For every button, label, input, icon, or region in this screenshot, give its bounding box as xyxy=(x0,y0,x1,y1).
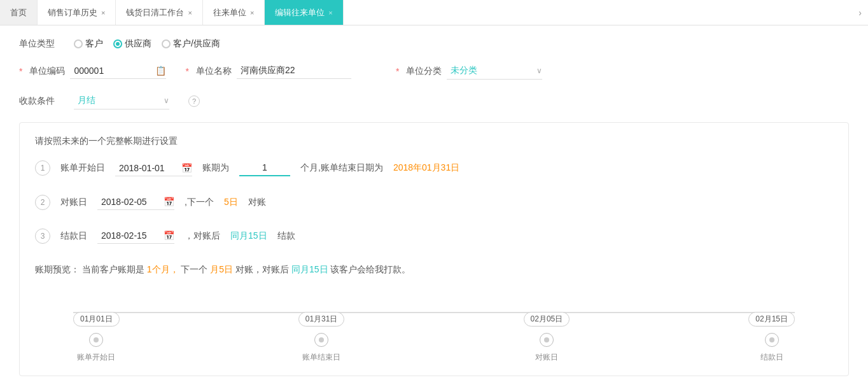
radio-circle-supplier xyxy=(113,39,122,48)
main-content: 单位类型 客户 供应商 客户/供应商 * 单位编码 000 xyxy=(0,25,868,387)
chevron-down-icon[interactable]: ∨ xyxy=(536,66,542,75)
preview-text-3: 对账，对账后 xyxy=(235,264,289,274)
payment-desc-suffix: 结款 xyxy=(277,230,295,242)
billing-start-date-input[interactable] xyxy=(115,160,179,176)
required-star-cat: * xyxy=(396,66,399,76)
radio-both[interactable]: 客户/供应商 xyxy=(162,38,220,50)
copy-icon[interactable]: 📋 xyxy=(155,66,166,76)
tab-edit-partner[interactable]: 编辑往来单位 × xyxy=(265,0,343,25)
payment-terms-label: 收款条件 xyxy=(19,95,55,107)
step-number-1: 1 xyxy=(35,160,50,176)
preview-highlight2: 月5日 xyxy=(210,264,233,274)
period-unit-text: 个月,账单结束日期为 xyxy=(300,162,383,174)
preview-text-2: 下一个 xyxy=(181,264,207,274)
step-label-reconcile: 对账日 xyxy=(60,197,87,208)
tab-bar: 首页 销售订单历史 × 钱货日清工作台 × 往来单位 × 编辑往来单位 × › xyxy=(0,0,868,25)
unit-category-label: 单位分类 xyxy=(406,66,442,77)
unit-code-input[interactable]: 000001 xyxy=(70,63,153,78)
radio-circle-customer xyxy=(74,39,83,48)
timeline: 01月01日 账单开始日 01月31日 账单结束日 xyxy=(35,293,833,363)
help-icon[interactable]: ? xyxy=(188,95,200,107)
step-number-3: 3 xyxy=(35,229,50,244)
billing-end-date: 2018年01月31日 xyxy=(393,162,459,174)
payment-terms-dropdown[interactable]: 月结 ∨ xyxy=(74,92,169,109)
tab-cash-work[interactable]: 钱货日清工作台 × xyxy=(116,0,202,25)
period-middle-text: 账期为 xyxy=(202,162,229,174)
calendar-icon[interactable]: 📅 xyxy=(164,197,174,207)
tab-arrow[interactable]: › xyxy=(852,0,868,25)
close-icon[interactable]: × xyxy=(188,9,192,17)
unit-name-input[interactable] xyxy=(237,63,351,78)
preview-highlight1: 1个月， xyxy=(147,264,179,274)
close-icon[interactable]: × xyxy=(328,9,332,17)
payment-terms-value: 月结 xyxy=(74,92,161,109)
unit-code-label: 单位编码 xyxy=(29,66,65,77)
step-number-2: 2 xyxy=(35,195,50,210)
unit-category-value: 未分类 xyxy=(447,62,534,79)
tab-sales-history[interactable]: 销售订单历史 × xyxy=(38,0,116,25)
reconcile-day-highlight: 5日 xyxy=(224,197,238,208)
close-icon[interactable]: × xyxy=(250,9,254,17)
reconcile-date-field: 📅 xyxy=(97,194,174,210)
step-row-2: 2 对账日 📅 ,下一个 5日 对账 xyxy=(35,194,833,210)
tab-home[interactable]: 首页 xyxy=(0,0,38,25)
calendar-icon[interactable]: 📅 xyxy=(164,230,174,241)
unit-info-row: * 单位编码 000001 📋 * 单位名称 * 单位分类 未分类 ∨ xyxy=(19,62,849,80)
reconcile-desc-prefix: ,下一个 xyxy=(185,197,214,208)
payment-date-field: 📅 xyxy=(97,228,174,244)
preview-text: 账期预览： 当前客户账期是 1个月， 下一个 月5日 对账，对账后 同月15日 … xyxy=(35,262,833,278)
chevron-down-icon[interactable]: ∨ xyxy=(164,96,169,105)
radio-circle-both xyxy=(162,39,171,48)
reconcile-date-input[interactable] xyxy=(97,194,161,209)
reconcile-desc-suffix: 对账 xyxy=(248,197,266,208)
required-star: * xyxy=(19,66,22,76)
payment-desc-prefix: ，对账后 xyxy=(185,230,220,242)
step-label-billing-start: 账单开始日 xyxy=(60,162,105,174)
unit-code-field: 000001 📋 xyxy=(70,63,166,79)
unit-name-label: 单位名称 xyxy=(196,66,232,77)
unit-type-row: 单位类型 客户 供应商 客户/供应商 xyxy=(19,38,849,50)
step-row-1: 1 账单开始日 📅 账期为 个月,账单结束日期为 2018年01月31日 xyxy=(35,160,833,176)
radio-customer[interactable]: 客户 xyxy=(74,38,103,50)
calendar-icon[interactable]: 📅 xyxy=(181,163,192,173)
unit-type-label: 单位类型 xyxy=(19,38,55,50)
radio-supplier[interactable]: 供应商 xyxy=(113,38,151,50)
step-row-3: 3 结款日 📅 ，对账后 同月15日 结款 xyxy=(35,228,833,244)
preview-text-4: 该客户会给我打款。 xyxy=(330,264,410,274)
billing-start-date-field: 📅 xyxy=(115,160,192,176)
tab-partner-unit[interactable]: 往来单位 × xyxy=(203,0,265,25)
payment-terms-row: 收款条件 月结 ∨ ? xyxy=(19,92,849,109)
step-label-payment: 结款日 xyxy=(60,230,87,242)
preview-text-1: 当前客户账期是 xyxy=(82,264,144,274)
preview-highlight3: 同月15日 xyxy=(291,264,328,274)
payment-date-input[interactable] xyxy=(97,228,161,243)
unit-category-dropdown[interactable]: 未分类 ∨ xyxy=(447,62,542,80)
unit-type-radio-group: 客户 供应商 客户/供应商 xyxy=(74,38,220,50)
required-star-name: * xyxy=(185,66,188,76)
payment-day-highlight: 同月15日 xyxy=(230,230,267,242)
close-icon[interactable]: × xyxy=(101,9,105,17)
period-value-input[interactable] xyxy=(239,160,290,176)
card-title: 请按照未来的一个完整帐期进行设置 xyxy=(35,136,833,147)
period-settings-card: 请按照未来的一个完整帐期进行设置 1 账单开始日 📅 账期为 个月,账单结束日期… xyxy=(19,122,849,376)
preview-label: 账期预览： xyxy=(35,264,80,274)
